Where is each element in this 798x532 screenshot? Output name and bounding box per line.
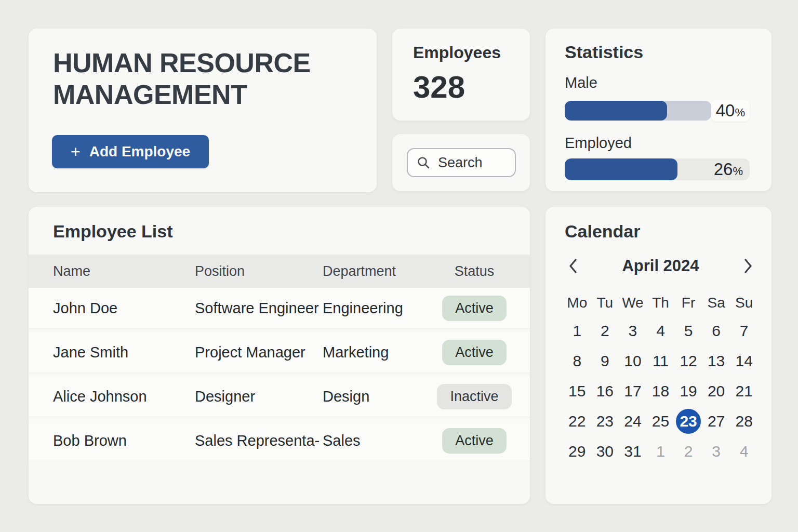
- cell-status: Active: [443, 428, 506, 454]
- weekday-label: We: [619, 290, 647, 316]
- calendar-day[interactable]: 30: [591, 436, 619, 467]
- calendar-day-number: 3: [712, 443, 721, 460]
- calendar-day[interactable]: 13: [702, 346, 730, 376]
- calendar-day-number: 13: [708, 352, 725, 370]
- calendar-day[interactable]: 7: [730, 316, 758, 346]
- status-badge: Active: [442, 296, 507, 321]
- calendar-day-number: 7: [740, 322, 749, 340]
- calendar-day-number: 5: [684, 322, 693, 340]
- calendar-day[interactable]: 2: [674, 436, 702, 467]
- add-employee-button[interactable]: + Add Employee: [52, 135, 209, 168]
- calendar-day-selected[interactable]: 23: [674, 406, 702, 436]
- calendar-day[interactable]: 27: [702, 406, 730, 436]
- search-card: [392, 134, 530, 191]
- calendar-day[interactable]: 3: [619, 316, 647, 346]
- calendar-day-number: 1: [573, 322, 581, 340]
- add-employee-label: Add Employee: [89, 143, 190, 160]
- calendar-day-number: 17: [624, 382, 641, 400]
- employee-list-title: Employee List: [53, 221, 173, 242]
- calendar-day[interactable]: 1: [563, 316, 591, 346]
- calendar-day[interactable]: 15: [563, 376, 591, 406]
- calendar-grid: MoTuWeThFrSaSu12345678910111213141516171…: [563, 290, 758, 467]
- cell-status: Active: [443, 296, 506, 321]
- cell-status: Inactive: [443, 384, 506, 409]
- calendar-day[interactable]: 31: [619, 436, 647, 467]
- table-header-row: Name Position Department Status: [29, 255, 530, 288]
- statistics-title: Statistics: [565, 42, 643, 62]
- calendar-day[interactable]: 22: [563, 406, 591, 436]
- calendar-day-number: 25: [652, 413, 669, 430]
- calendar-day-number: 24: [624, 413, 641, 430]
- calendar-day[interactable]: 28: [730, 406, 758, 436]
- calendar-day[interactable]: 4: [647, 316, 675, 346]
- cell-name: Jane Smith: [53, 344, 195, 361]
- calendar-day-number: 9: [601, 352, 609, 370]
- table-row[interactable]: Bob BrownSales Representa-SalesActive: [29, 420, 530, 461]
- calendar-day[interactable]: 23: [591, 406, 619, 436]
- calendar-prev-button[interactable]: [563, 256, 583, 276]
- calendar-day[interactable]: 5: [674, 316, 702, 346]
- employed-progress-fill: [565, 158, 677, 180]
- calendar-day-number: 31: [624, 443, 641, 460]
- table-row[interactable]: John DoeSoftware EngineerEngineeringActi…: [29, 288, 530, 328]
- calendar-title: Calendar: [565, 221, 641, 242]
- calendar-day-number: 2: [601, 322, 609, 340]
- cell-status: Active: [443, 340, 506, 365]
- calendar-day[interactable]: 17: [619, 376, 647, 406]
- calendar-day-number: 29: [568, 443, 586, 460]
- calendar-day-number: 18: [652, 382, 669, 400]
- cell-position: Project Manager: [195, 344, 323, 361]
- calendar-day[interactable]: 16: [591, 376, 619, 406]
- search-icon: [417, 156, 430, 169]
- search-box[interactable]: [407, 148, 516, 177]
- page-title-line2: MANAGEMENT: [53, 79, 311, 111]
- calendar-day[interactable]: 14: [730, 346, 758, 376]
- employees-card: Employees 328: [392, 29, 530, 121]
- calendar-day-number: 28: [736, 413, 753, 430]
- calendar-day-number: 14: [736, 352, 753, 370]
- calendar-day[interactable]: 12: [674, 346, 702, 376]
- cell-department: Marketing: [323, 344, 443, 361]
- male-percentage-value: 40: [716, 101, 735, 120]
- calendar-day[interactable]: 29: [563, 436, 591, 467]
- weekday-label: Mo: [563, 290, 591, 316]
- status-badge: Active: [442, 340, 507, 365]
- cell-name: John Doe: [53, 300, 195, 317]
- cell-name: Bob Brown: [53, 432, 195, 449]
- calendar-day[interactable]: 10: [619, 346, 647, 376]
- search-input[interactable]: [437, 154, 507, 171]
- status-badge: Active: [442, 428, 507, 454]
- calendar-day[interactable]: 18: [647, 376, 675, 406]
- table-row[interactable]: Alice JohnsonDesignerDesignInactive: [29, 376, 530, 417]
- calendar-day[interactable]: 24: [619, 406, 647, 436]
- calendar-day-number: 2: [684, 443, 693, 460]
- calendar-day[interactable]: 11: [647, 346, 675, 376]
- calendar-day[interactable]: 6: [702, 316, 730, 346]
- calendar-day[interactable]: 4: [730, 436, 758, 467]
- employees-count: 328: [413, 69, 465, 105]
- employees-label: Employees: [413, 43, 501, 62]
- calendar-day[interactable]: 1: [647, 436, 675, 467]
- cell-department: Sales: [323, 432, 443, 449]
- employed-percentage-unit: %: [733, 165, 743, 178]
- calendar-day[interactable]: 8: [563, 346, 591, 376]
- calendar-next-button[interactable]: [738, 256, 758, 276]
- table-row[interactable]: Jane SmithProject ManagerMarketingActive: [29, 332, 530, 373]
- calendar-day[interactable]: 9: [591, 346, 619, 376]
- weekday-label: Th: [647, 290, 675, 316]
- calendar-day[interactable]: 2: [591, 316, 619, 346]
- calendar-day[interactable]: 3: [702, 436, 730, 467]
- stat-row-employed: 26%: [565, 158, 750, 180]
- calendar-day[interactable]: 20: [702, 376, 730, 406]
- calendar-day[interactable]: 21: [730, 376, 758, 406]
- calendar-day-number: 16: [596, 382, 614, 400]
- employee-rows: John DoeSoftware EngineerEngineeringActi…: [29, 288, 530, 464]
- weekday-label: Tu: [591, 290, 619, 316]
- cell-position: Designer: [195, 388, 323, 405]
- employed-percentage: 26%: [714, 159, 743, 179]
- cell-department: Design: [323, 388, 443, 405]
- calendar-day[interactable]: 19: [674, 376, 702, 406]
- calendar-day-number: 4: [656, 322, 665, 340]
- calendar-day[interactable]: 25: [647, 406, 675, 436]
- calendar-day-number: 23: [596, 413, 614, 430]
